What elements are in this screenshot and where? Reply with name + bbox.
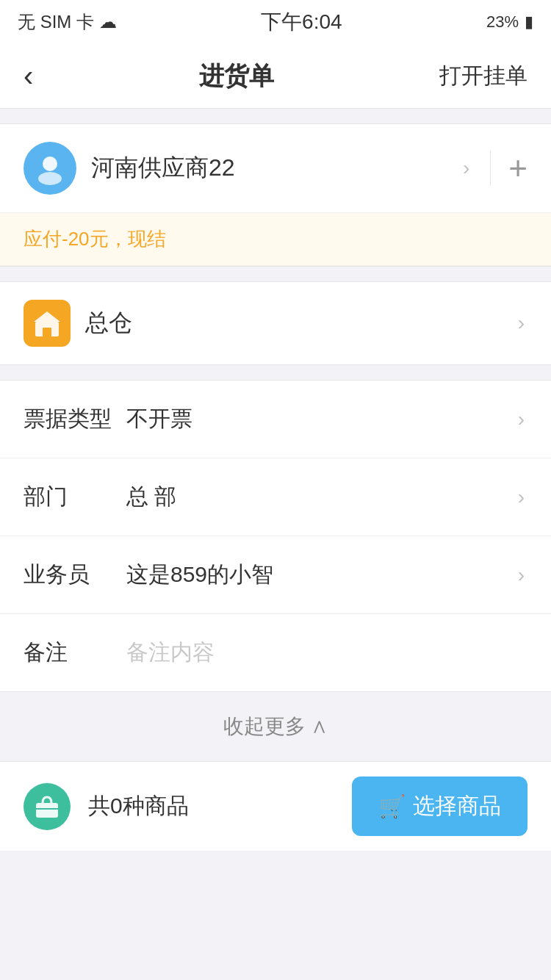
supplier-chevron-icon: ›: [463, 156, 469, 180]
product-bag-icon: [33, 793, 61, 821]
notice-row: 应付-20元，现结: [0, 213, 551, 266]
svg-rect-5: [36, 803, 58, 818]
product-count-label: 共0种商品: [88, 791, 334, 821]
salesperson-value: 这是859的小智: [126, 560, 518, 590]
warehouse-row[interactable]: 总仓 ›: [0, 282, 551, 364]
remark-placeholder: 备注内容: [126, 638, 527, 668]
warehouse-card: 总仓 ›: [0, 281, 551, 365]
department-chevron-icon: ›: [518, 486, 525, 509]
svg-point-1: [38, 172, 62, 185]
no-sim-label: 无 SIM 卡 ☁: [18, 10, 117, 34]
department-label: 部门: [24, 482, 126, 512]
remark-label: 备注: [24, 638, 126, 668]
salesperson-chevron-icon: ›: [518, 563, 525, 587]
status-bar: 无 SIM 卡 ☁ 下午6:04 23% ▮: [0, 0, 551, 44]
invoice-type-row[interactable]: 票据类型 不开票 ›: [0, 381, 551, 458]
supplier-card: 河南供应商22 › + 应付-20元，现结: [0, 123, 551, 267]
supplier-avatar: [24, 142, 76, 195]
svg-marker-3: [34, 311, 60, 322]
gap-1: [0, 109, 551, 123]
battery-label: 23%: [486, 12, 519, 32]
select-product-button[interactable]: 🛒 选择商品: [352, 777, 527, 836]
supplier-row[interactable]: 河南供应商22 › +: [0, 124, 551, 213]
page-title: 进货单: [199, 60, 274, 93]
gap-2: [0, 267, 551, 281]
add-supplier-button[interactable]: +: [508, 152, 527, 184]
back-button[interactable]: ‹: [24, 60, 33, 93]
invoice-type-chevron-icon: ›: [518, 408, 525, 431]
select-product-icon: 🛒: [378, 793, 406, 819]
status-time: 下午6:04: [261, 8, 342, 36]
bottom-bar: 共0种商品 🛒 选择商品: [0, 761, 551, 851]
supplier-name: 河南供应商22: [91, 152, 463, 184]
svg-rect-4: [43, 328, 51, 336]
warehouse-icon: [32, 309, 62, 338]
salesperson-row[interactable]: 业务员 这是859的小智 ›: [0, 536, 551, 613]
select-product-label: 选择商品: [413, 791, 501, 821]
status-left: 无 SIM 卡 ☁: [18, 10, 117, 34]
remark-row[interactable]: 备注 备注内容: [0, 613, 551, 691]
collapse-row[interactable]: 收起更多 ∧: [0, 692, 551, 761]
product-icon-wrap: [24, 783, 71, 830]
warehouse-chevron-icon: ›: [518, 311, 525, 335]
open-pending-button[interactable]: 打开挂单: [439, 61, 527, 91]
department-row[interactable]: 部门 总 部 ›: [0, 458, 551, 536]
invoice-type-value: 不开票: [126, 404, 518, 434]
department-value: 总 部: [126, 482, 518, 512]
nav-bar: ‹ 进货单 打开挂单: [0, 44, 551, 109]
supplier-avatar-icon: [32, 151, 68, 186]
form-card: 票据类型 不开票 › 部门 总 部 › 业务员 这是859的小智 › 备注 备注…: [0, 380, 551, 692]
main-background: [0, 851, 551, 980]
invoice-type-label: 票据类型: [24, 404, 126, 434]
battery-icon: ▮: [525, 12, 533, 32]
salesperson-label: 业务员: [24, 560, 126, 590]
warehouse-name: 总仓: [85, 307, 518, 339]
svg-point-0: [43, 156, 57, 171]
warehouse-icon-wrap: [24, 300, 71, 347]
supplier-divider: [490, 151, 491, 186]
gap-3: [0, 365, 551, 380]
collapse-label: 收起更多 ∧: [223, 713, 328, 741]
status-right: 23% ▮: [486, 12, 533, 32]
